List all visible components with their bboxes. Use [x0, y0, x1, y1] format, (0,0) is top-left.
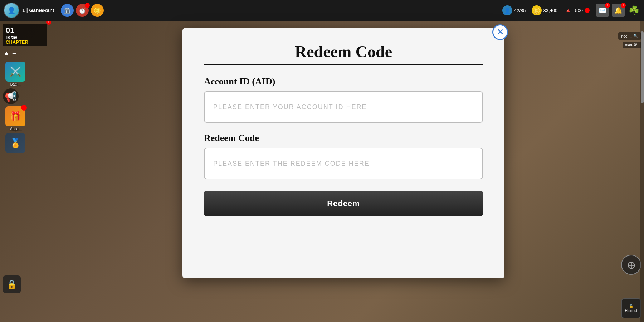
player-avatar[interactable]: 👤: [4, 3, 19, 18]
gems-badge: !: [585, 8, 590, 13]
gems-icon: 🔺: [563, 5, 573, 15]
gems-value: 500: [575, 8, 583, 13]
nav-icon: ➡: [12, 50, 16, 56]
left-sidebar: 01 To the CHAPTER ▲ ➡ ⚔️ Battl... 📢 ! 🎁 …: [0, 21, 50, 322]
mage-icon: 🎁 !: [5, 106, 25, 126]
stamina-value: 42/85: [514, 8, 526, 13]
close-button[interactable]: ✕: [492, 24, 508, 40]
modal-title: Redeem Code: [204, 42, 483, 61]
battle-icon: ⚔️: [5, 62, 25, 82]
mage-badge: !: [21, 105, 27, 111]
alert-icon[interactable]: ⏱️ !: [76, 4, 89, 17]
coins-value: 83,400: [543, 8, 558, 13]
chapter-title: CHAPTER: [6, 39, 44, 45]
bell-icon[interactable]: 🔔 !: [612, 4, 625, 17]
chapter-label: 01 To the CHAPTER: [3, 24, 47, 46]
top-stats: 👤 42/85 🪙 83,400 🔺 500 !: [502, 5, 590, 15]
megaphone-icon[interactable]: 📢 !: [3, 88, 19, 104]
alert-badge: !: [85, 3, 90, 8]
redeem-modal: ✕ Redeem Code Account ID (AID) Redeem Co…: [182, 28, 504, 278]
nav-forward-arrow[interactable]: ▲ ➡: [3, 49, 47, 57]
modal-overlay: ✕ Redeem Code Account ID (AID) Redeem Co…: [47, 21, 640, 322]
player-info: 1 | GameRant: [22, 8, 54, 13]
sidebar-item-medals[interactable]: 🏅: [3, 133, 28, 153]
top-bar: 👤 1 | GameRant 🏛️ ⏱️ ! 🪙 👤 42/85 🪙 83,40…: [0, 0, 644, 21]
redeem-code-label: Redeem Code: [204, 133, 483, 143]
account-id-input[interactable]: [204, 91, 483, 123]
sidebar-item-mage[interactable]: 🎁 ! Mage...: [3, 106, 28, 131]
coins-icon: 🪙: [532, 5, 542, 15]
coin-icon[interactable]: 🪙: [91, 4, 104, 17]
scrollbar[interactable]: [640, 21, 644, 322]
sidebar-items: ⚔️ Battl... 📢 ! 🎁 ! Mage... 🏅 🔒: [3, 62, 47, 153]
mail-badge: !: [605, 3, 610, 8]
stamina-stat: 👤 42/85: [502, 5, 526, 15]
clover-icon[interactable]: ☘️: [628, 4, 640, 17]
coins-stat: 🪙 83,400: [532, 5, 558, 15]
mail-icon[interactable]: ✉️ !: [596, 4, 609, 17]
arrow-icon: ▲: [3, 49, 10, 57]
chapter-number: 01: [6, 26, 44, 35]
medals-icon: 🏅: [5, 133, 25, 153]
mage-label: Mage...: [9, 127, 21, 131]
submit-button[interactable]: Redeem: [204, 191, 483, 216]
top-bar-icons: 🏛️ ⏱️ ! 🪙: [61, 4, 104, 17]
bell-badge: !: [621, 3, 626, 8]
chapter-to: To the: [6, 35, 44, 39]
modal-divider: [204, 64, 483, 65]
top-right-icons: ✉️ ! 🔔 ! ☘️: [596, 4, 640, 17]
account-id-label: Account ID (AID): [204, 76, 483, 87]
battle-label: Battl...: [10, 82, 20, 86]
lock-icon: 🔒: [3, 275, 21, 293]
scroll-thumb: [641, 31, 644, 103]
sidebar-item-battle[interactable]: ⚔️ Battl...: [3, 62, 28, 86]
stamina-icon: 👤: [502, 5, 512, 15]
redeem-code-input[interactable]: [204, 148, 483, 179]
gems-stat: 🔺 500 !: [563, 5, 590, 15]
achievement-icon[interactable]: 🏛️: [61, 4, 74, 17]
